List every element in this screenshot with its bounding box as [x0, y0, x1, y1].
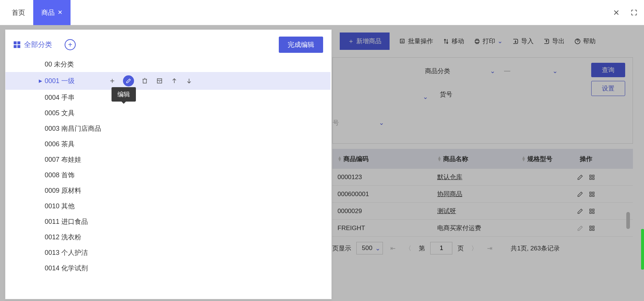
category-label: 0014 化学试剂: [45, 264, 88, 273]
tab-home[interactable]: 首页: [4, 0, 33, 25]
category-label: 00 未分类: [45, 60, 74, 69]
add-child-icon[interactable]: [108, 77, 116, 85]
category-item[interactable]: 0013 个人护洁: [6, 245, 330, 260]
category-item[interactable]: 0007 布娃娃: [6, 152, 330, 167]
tab-product[interactable]: 商品 ✕: [33, 0, 71, 25]
fullscreen-icon[interactable]: [628, 6, 640, 19]
category-item[interactable]: 0008 首饰: [6, 167, 330, 183]
category-label: 0011 进口食品: [45, 217, 88, 226]
close-icon[interactable]: ✕: [58, 9, 62, 16]
category-list[interactable]: 00 未分类▶0001 一级0004 手串0005 文具0003 南昌门店商品0…: [6, 57, 331, 293]
svg-rect-18: [157, 79, 162, 83]
category-label: 0004 手串: [45, 93, 75, 102]
add-category-button[interactable]: +: [65, 39, 76, 50]
category-label: 0007 布娃娃: [45, 155, 81, 164]
category-item[interactable]: 0014 化学试剂: [6, 260, 330, 276]
category-item[interactable]: 0010 其他: [6, 198, 330, 214]
category-label: 0001 一级: [45, 76, 75, 85]
archive-icon[interactable]: [155, 77, 164, 85]
category-item[interactable]: 0011 进口食品: [6, 214, 330, 229]
top-tab-bar: 首页 商品 ✕: [0, 0, 644, 25]
category-label: 0006 茶具: [45, 140, 75, 148]
category-label: 0010 其他: [45, 202, 75, 211]
category-label: 0012 洗衣粉: [45, 233, 81, 242]
category-item[interactable]: 0009 原材料: [6, 183, 330, 198]
all-categories-button[interactable]: 全部分类: [14, 40, 52, 49]
tooltip-edit: 编辑: [112, 87, 136, 102]
close-all-icon[interactable]: [610, 6, 623, 19]
category-label: 0009 原材料: [45, 186, 81, 195]
move-up-icon[interactable]: [170, 77, 178, 85]
category-item[interactable]: 0005 文具: [6, 105, 330, 121]
category-item[interactable]: 00 未分类: [6, 57, 330, 72]
category-label: 0005 文具: [45, 109, 75, 117]
category-item[interactable]: 0012 洗衣粉: [6, 229, 330, 245]
expand-icon[interactable]: ▶: [39, 78, 42, 83]
move-down-icon[interactable]: [185, 77, 193, 85]
category-item[interactable]: 0006 茶具: [6, 136, 330, 152]
category-label: 0008 首饰: [45, 171, 75, 179]
category-panel: 全部分类 + 完成编辑 00 未分类▶0001 一级0004 手串0005 文具…: [5, 30, 332, 299]
edit-icon[interactable]: [123, 75, 134, 86]
category-item[interactable]: 0004 手串: [6, 90, 330, 105]
category-label: 0013 个人护洁: [45, 248, 88, 257]
category-item[interactable]: ▶0001 一级: [6, 72, 330, 90]
grid-icon: [14, 41, 20, 48]
page-scrollbar[interactable]: [641, 229, 644, 270]
delete-icon[interactable]: [141, 77, 149, 85]
done-edit-button[interactable]: 完成编辑: [279, 37, 323, 53]
category-item[interactable]: 0003 南昌门店商品: [6, 121, 330, 136]
category-label: 0003 南昌门店商品: [45, 124, 101, 133]
